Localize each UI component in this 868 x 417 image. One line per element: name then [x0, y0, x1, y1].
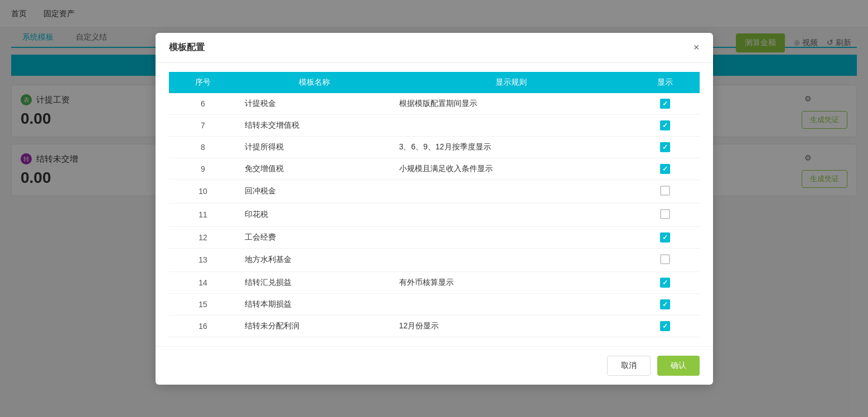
- checkbox[interactable]: [660, 321, 670, 331]
- cell-id: 7: [169, 114, 237, 136]
- col-header-display: 显示: [631, 72, 700, 93]
- cell-rule: 根据模版配置期间显示: [391, 93, 631, 115]
- cell-rule: [391, 248, 631, 271]
- cell-name: 计提所得税: [237, 136, 391, 158]
- checkbox[interactable]: [660, 278, 670, 288]
- checkbox[interactable]: [660, 299, 670, 309]
- modal-body: 序号 模板名称 显示规则 显示 6计提税金根据模版配置期间显示7结转未交增值税8…: [156, 63, 713, 346]
- cell-id: 8: [169, 136, 237, 158]
- cell-id: 6: [169, 93, 237, 115]
- table-row: 8计提所得税3、6、9、12月按季度显示: [169, 136, 700, 158]
- cell-rule: [391, 180, 631, 203]
- cell-id: 10: [169, 180, 237, 203]
- table-row: 9免交增值税小规模且满足收入条件显示: [169, 158, 700, 180]
- checkbox[interactable]: [660, 186, 670, 196]
- modal-title: 模板配置: [169, 42, 205, 54]
- cell-checkbox[interactable]: [631, 136, 700, 158]
- modal-overlay: 模板配置 × 序号 模板名称 显示规则 显示 6计提税金根据模版配置期间显: [0, 0, 868, 417]
- table-header: 序号 模板名称 显示规则 显示: [169, 72, 700, 93]
- table-row: 7结转未交增值税: [169, 114, 700, 136]
- cell-rule: 小规模且满足收入条件显示: [391, 158, 631, 180]
- col-header-id: 序号: [169, 72, 237, 93]
- cell-id: 14: [169, 271, 237, 293]
- table-row: 16结转未分配利润12月份显示: [169, 315, 700, 337]
- cell-rule: 12月份显示: [391, 315, 631, 337]
- cell-checkbox[interactable]: [631, 93, 700, 115]
- cell-id: 16: [169, 315, 237, 337]
- checkbox[interactable]: [660, 164, 670, 174]
- cell-checkbox[interactable]: [631, 293, 700, 315]
- table-row: 6计提税金根据模版配置期间显示: [169, 93, 700, 115]
- cell-id: 9: [169, 158, 237, 180]
- table-row: 13地方水利基金: [169, 248, 700, 271]
- cell-name: 回冲税金: [237, 180, 391, 203]
- modal-template-config: 模板配置 × 序号 模板名称 显示规则 显示 6计提税金根据模版配置期间显: [156, 33, 713, 385]
- cell-rule: [391, 293, 631, 315]
- cell-name: 结转本期损益: [237, 293, 391, 315]
- table-body: 6计提税金根据模版配置期间显示7结转未交增值税8计提所得税3、6、9、12月按季…: [169, 93, 700, 337]
- config-table: 序号 模板名称 显示规则 显示 6计提税金根据模版配置期间显示7结转未交增值税8…: [169, 72, 700, 337]
- modal-header: 模板配置 ×: [156, 33, 713, 63]
- cell-checkbox[interactable]: [631, 114, 700, 136]
- cell-id: 12: [169, 226, 237, 248]
- cell-id: 15: [169, 293, 237, 315]
- modal-footer: 取消 确认: [156, 346, 713, 385]
- checkbox[interactable]: [660, 142, 670, 152]
- checkbox[interactable]: [660, 120, 670, 130]
- cell-checkbox[interactable]: [631, 158, 700, 180]
- table-row: 14结转汇兑损益有外币核算显示: [169, 271, 700, 293]
- cell-name: 结转未交增值税: [237, 114, 391, 136]
- cell-name: 免交增值税: [237, 158, 391, 180]
- cell-checkbox[interactable]: [631, 180, 700, 203]
- col-header-rule: 显示规则: [391, 72, 631, 93]
- checkbox[interactable]: [660, 99, 670, 109]
- checkbox[interactable]: [660, 232, 670, 243]
- confirm-button[interactable]: 确认: [657, 356, 700, 376]
- cell-rule: [391, 114, 631, 136]
- cell-checkbox[interactable]: [631, 315, 700, 337]
- cell-rule: [391, 203, 631, 226]
- cell-id: 13: [169, 248, 237, 271]
- cell-name: 计提税金: [237, 93, 391, 115]
- table-row: 12工会经费: [169, 226, 700, 248]
- cell-name: 工会经费: [237, 226, 391, 248]
- cell-name: 印花税: [237, 203, 391, 226]
- cell-checkbox[interactable]: [631, 248, 700, 271]
- cell-rule: 3、6、9、12月按季度显示: [391, 136, 631, 158]
- col-header-name: 模板名称: [237, 72, 391, 93]
- cell-checkbox[interactable]: [631, 203, 700, 226]
- checkbox[interactable]: [660, 254, 670, 264]
- cell-name: 地方水利基金: [237, 248, 391, 271]
- cell-rule: [391, 226, 631, 248]
- cell-name: 结转汇兑损益: [237, 271, 391, 293]
- checkbox[interactable]: [660, 209, 670, 219]
- table-scroll-wrapper[interactable]: 序号 模板名称 显示规则 显示 6计提税金根据模版配置期间显示7结转未交增值税8…: [169, 72, 700, 337]
- cell-id: 11: [169, 203, 237, 226]
- cell-rule: 有外币核算显示: [391, 271, 631, 293]
- cell-checkbox[interactable]: [631, 226, 700, 248]
- table-row: 10回冲税金: [169, 180, 700, 203]
- cell-name: 结转未分配利润: [237, 315, 391, 337]
- cell-checkbox[interactable]: [631, 271, 700, 293]
- close-button[interactable]: ×: [694, 42, 700, 52]
- table-row: 11印花税: [169, 203, 700, 226]
- cancel-button[interactable]: 取消: [607, 356, 651, 376]
- table-row: 15结转本期损益: [169, 293, 700, 315]
